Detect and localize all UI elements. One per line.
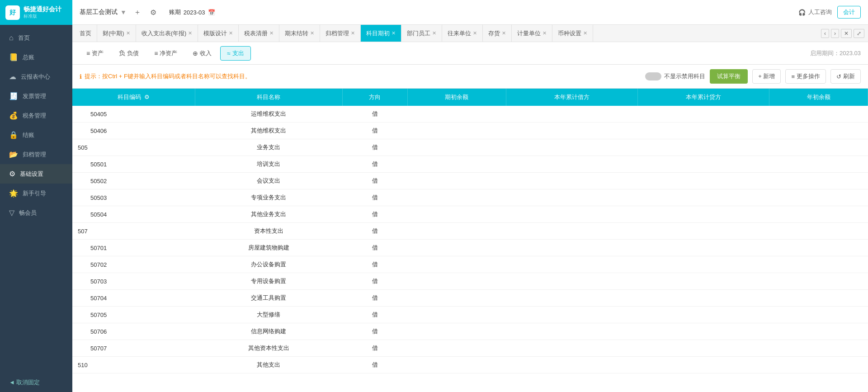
col-settings-icon[interactable]: ⚙: [144, 94, 150, 100]
subtab-income[interactable]: ⊕ 收入: [186, 46, 218, 61]
tab-template-label: 模版设计: [203, 29, 227, 38]
sidebar-item-member[interactable]: ▽ 畅会员: [0, 203, 72, 222]
table-row[interactable]: 510其他支出借: [72, 357, 868, 373]
cell-direction: 借: [342, 323, 407, 340]
tab-subject-init[interactable]: 科目期初 ✕: [361, 25, 401, 42]
add-btn[interactable]: + 新增: [752, 69, 781, 84]
tabs-prev-btn[interactable]: ‹: [821, 29, 829, 38]
cell-code: 50504: [72, 206, 195, 223]
sidebar-nav: ⌂ 首页 📒 总账 ☁ 云报表中心 🧾 发票管理 💰 税务管理 🔒 结账 📂 归…: [0, 25, 72, 373]
cell-opening: [407, 173, 506, 189]
subtab-liability[interactable]: 负 负债: [112, 46, 146, 61]
sidebar-item-invoice[interactable]: 🧾 发票管理: [0, 86, 72, 106]
sidebar-item-close[interactable]: 🔒 结账: [0, 125, 72, 145]
cell-ytd-debit: [506, 357, 637, 373]
invoice-icon: 🧾: [9, 92, 18, 100]
cell-code: 50705: [72, 307, 195, 323]
table-row[interactable]: 50704交通工具购置借: [72, 290, 868, 307]
table-row[interactable]: 507资本性支出借: [72, 223, 868, 240]
tab-partners-close[interactable]: ✕: [473, 30, 477, 36]
subtab-equity[interactable]: ≡ 净资产: [147, 46, 184, 61]
sidebar-footer-text: ◄ 取消固定: [9, 378, 40, 387]
tab-currency[interactable]: 币种设置 ✕: [552, 25, 593, 42]
tab-archive[interactable]: 归档管理 ✕: [320, 25, 361, 42]
calc-balance-btn[interactable]: 试算平衡: [710, 69, 748, 84]
table-row[interactable]: 50502会议支出借: [72, 173, 868, 189]
cell-opening: [407, 156, 506, 173]
tab-template-close[interactable]: ✕: [229, 30, 233, 36]
cell-direction: 借: [342, 189, 407, 206]
service-btn[interactable]: 🎧 人工咨询: [798, 8, 832, 16]
tab-inventory-close[interactable]: ✕: [502, 30, 506, 36]
col-direction: 方向: [342, 89, 407, 106]
tab-income-close[interactable]: ✕: [188, 30, 192, 36]
cell-opening: [407, 123, 506, 139]
period-label: 账期: [169, 8, 181, 16]
table-row[interactable]: 50405运维维权支出借: [72, 106, 868, 123]
cloud-icon: ☁: [9, 72, 16, 81]
table-header-row: 科目编码 ⚙ 科目名称 方向 期初余额 本年累计借方 本年累计贷方 年初余额: [72, 89, 868, 106]
calendar-icon[interactable]: 📅: [208, 9, 215, 16]
tab-dept[interactable]: 部门员工 ✕: [401, 25, 442, 42]
cell-code: 50502: [72, 173, 195, 189]
subtab-expense[interactable]: ≈ 支出: [220, 46, 251, 61]
tab-subject-init-close[interactable]: ✕: [392, 30, 396, 36]
sidebar-item-tax[interactable]: 💰 税务管理: [0, 106, 72, 125]
tab-taxform[interactable]: 税表清册 ✕: [239, 25, 279, 42]
table-row[interactable]: 50707其他资本性支出借: [72, 340, 868, 357]
tab-taxform-close[interactable]: ✕: [269, 30, 274, 36]
cell-opening: [407, 240, 506, 256]
disable-toggle[interactable]: [645, 72, 661, 80]
sidebar-item-home[interactable]: ⌂ 首页: [0, 28, 72, 47]
add-tab-btn[interactable]: ＋: [132, 6, 143, 19]
refresh-btn[interactable]: ↺ 刷新: [830, 69, 861, 84]
tab-partners[interactable]: 往来单位 ✕: [442, 25, 483, 42]
sidebar-item-guide[interactable]: 🌟 新手引导: [0, 184, 72, 203]
cell-ytd-credit: [637, 173, 769, 189]
sidebar-collapse-btn[interactable]: ◄ 取消固定: [0, 373, 72, 392]
tab-currency-label: 币种设置: [558, 29, 581, 38]
tab-units[interactable]: 计量单位 ✕: [512, 25, 552, 42]
tab-income[interactable]: 收入支出表(年报) ✕: [136, 25, 198, 42]
headset-icon: 🎧: [798, 9, 806, 16]
more-actions-btn[interactable]: ≡ 更多操作: [785, 69, 826, 84]
sidebar-item-ledger[interactable]: 📒 总账: [0, 47, 72, 67]
cell-ytd-credit: [637, 307, 769, 323]
tabs-expand-btn[interactable]: ⤢: [854, 29, 864, 38]
subtab-asset[interactable]: ≡ 资产: [80, 46, 110, 61]
tabs-next-btn[interactable]: ›: [831, 29, 839, 38]
tab-interim[interactable]: 财(中期) ✕: [97, 25, 136, 42]
tab-period-end[interactable]: 期末结转 ✕: [279, 25, 320, 42]
cell-name: 其他资本性支出: [195, 340, 342, 357]
table-row[interactable]: 50706信息网络购建借: [72, 323, 868, 340]
kuaiji-btn[interactable]: 会计: [837, 6, 861, 19]
sidebar-item-reports[interactable]: ☁ 云报表中心: [0, 67, 72, 86]
tab-period-end-close[interactable]: ✕: [310, 30, 314, 36]
table-row[interactable]: 50504其他业务支出借: [72, 206, 868, 223]
tab-dept-close[interactable]: ✕: [432, 30, 436, 36]
tab-archive-close[interactable]: ✕: [351, 30, 355, 36]
tabs-close-all-btn[interactable]: ✕: [841, 29, 852, 38]
sidebar-item-settings[interactable]: ⚙ 基础设置: [0, 164, 72, 184]
table-row[interactable]: 50406其他维权支出借: [72, 123, 868, 139]
cell-ytd-debit: [506, 290, 637, 307]
table-row[interactable]: 50702办公设备购置借: [72, 256, 868, 273]
org-name-text: 基层工会测试: [80, 8, 118, 16]
tab-home[interactable]: 首页: [74, 25, 97, 42]
sidebar-item-archive[interactable]: 📂 归档管理: [0, 145, 72, 164]
income-icon: ⊕: [193, 50, 198, 57]
settings-btn[interactable]: ⚙: [148, 6, 158, 19]
tab-currency-close[interactable]: ✕: [583, 30, 587, 36]
cell-ytd-credit: [637, 189, 769, 206]
table-row[interactable]: 50501培训支出借: [72, 156, 868, 173]
table-row[interactable]: 50703专用设备购置借: [72, 273, 868, 290]
tab-interim-close[interactable]: ✕: [126, 30, 130, 36]
tab-template[interactable]: 模版设计 ✕: [198, 25, 239, 42]
tab-units-close[interactable]: ✕: [542, 30, 547, 36]
table-row[interactable]: 50701房屋建筑物购建借: [72, 240, 868, 256]
org-dropdown-icon[interactable]: ▼: [120, 9, 127, 16]
table-row[interactable]: 505业务支出借: [72, 139, 868, 156]
table-row[interactable]: 50503专项业务支出借: [72, 189, 868, 206]
table-row[interactable]: 50705大型修缮借: [72, 307, 868, 323]
tab-inventory[interactable]: 存货 ✕: [483, 25, 512, 42]
